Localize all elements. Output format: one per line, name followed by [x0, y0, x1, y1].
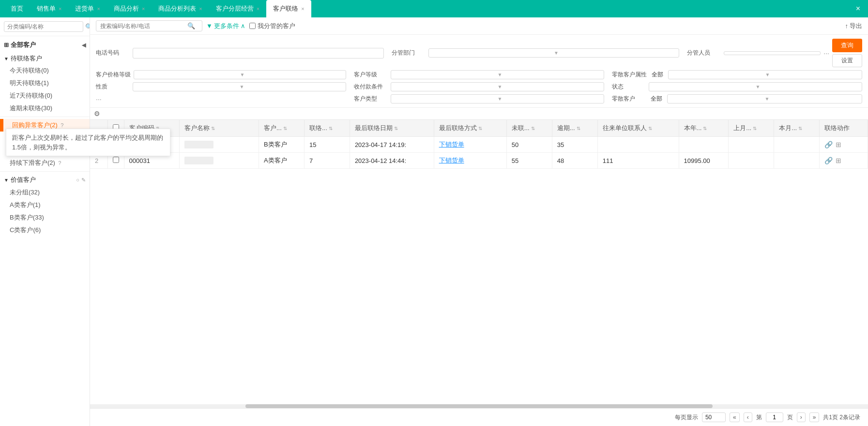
filter-top-bar: 🔍 ▼ 更多条件 ∧ 我分管的客户 ↑ 导出: [90, 17, 868, 35]
payment-arrow: ▼: [498, 84, 601, 89]
sidebar-collapse-btn[interactable]: ◀: [82, 42, 86, 48]
top-navigation: 首页 销售单 × 进货单 × 商品分析 × 商品分析列表 × 客户分层经营 × …: [0, 0, 868, 17]
col-name[interactable]: 客户名称 ⇅: [180, 120, 259, 137]
row2-last-way-link[interactable]: 下销货单: [439, 157, 464, 164]
col-contact[interactable]: 联络... ⇅: [304, 120, 350, 137]
my-customers-checkbox[interactable]: [249, 23, 256, 29]
col-this-year-label: 本年...: [684, 124, 702, 132]
col-overdue-sort-icon[interactable]: ⇅: [577, 126, 580, 131]
row1-link-icon[interactable]: 🔗: [824, 141, 833, 148]
row2-link-icon[interactable]: 🔗: [824, 157, 833, 164]
phone-input[interactable]: [133, 48, 384, 59]
row2-checkbox[interactable]: [113, 157, 119, 163]
horizontal-scrollbar[interactable]: [90, 404, 868, 408]
nav-home[interactable]: 首页: [4, 0, 30, 17]
nav-product-analysis-close[interactable]: ×: [142, 6, 145, 12]
col-last-contact-date[interactable]: 最后联络日期 ⇅: [350, 120, 434, 137]
col-uncontacted[interactable]: 未联... ⇅: [506, 120, 552, 137]
value-settings-icon[interactable]: ○: [76, 177, 79, 183]
main-close-button[interactable]: ×: [852, 4, 864, 13]
col-type-sort-icon[interactable]: ⇅: [283, 126, 287, 131]
col-company-contacts-sort-icon[interactable]: ⇅: [648, 126, 652, 131]
sidebar-all-customers[interactable]: ⊞ 全部客户 ◀: [0, 38, 90, 52]
nav-purchase-close[interactable]: ×: [97, 6, 100, 12]
retail-attr-label: 零散客户属性: [612, 71, 647, 79]
main-search-icon[interactable]: 🔍: [187, 22, 195, 29]
col-contact-sort-icon[interactable]: ⇅: [329, 126, 333, 131]
table-settings-icon[interactable]: ⚙: [94, 110, 100, 118]
row1-last-date: 2023-04-17 14:19:: [350, 137, 434, 153]
sidebar-ungroup[interactable]: 未分组(32): [0, 186, 90, 199]
prev-page-btn[interactable]: ‹: [744, 412, 752, 422]
next-page-btn[interactable]: ›: [797, 412, 806, 422]
col-this-month[interactable]: 本月... ⇅: [774, 120, 820, 137]
sidebar-overdue-uncontacted[interactable]: 逾期未联络(30): [0, 102, 90, 115]
page-size-select[interactable]: 50 10 20 100: [702, 412, 726, 422]
declining-info-icon[interactable]: ?: [58, 160, 61, 166]
last-page-btn[interactable]: »: [809, 412, 820, 422]
sidebar-search-input[interactable]: [4, 21, 83, 32]
nav-customer-layering[interactable]: 客户分层经营 ×: [209, 0, 266, 17]
row2-grid-icon[interactable]: ⊞: [836, 157, 841, 164]
col-name-sort-icon[interactable]: ⇅: [211, 126, 215, 131]
sidebar-search-button[interactable]: 🔍: [83, 23, 90, 30]
retail-customer-select[interactable]: ▼: [667, 94, 862, 103]
manager-select[interactable]: [724, 51, 821, 55]
row1-grid-icon[interactable]: ⊞: [836, 141, 841, 148]
nav-sales[interactable]: 销售单 ×: [30, 0, 68, 17]
customer-level-select[interactable]: ▼: [391, 70, 604, 79]
sidebar-tomorrow-waiting[interactable]: 明天待联络(1): [0, 77, 90, 89]
col-last-way-sort-icon[interactable]: ⇅: [478, 126, 482, 131]
col-this-year[interactable]: 本年... ⇅: [679, 120, 729, 137]
filter-customer-type: 客户类型 ▼: [354, 94, 604, 103]
dept-select[interactable]: ▼: [428, 48, 680, 58]
col-last-date-sort-icon[interactable]: ⇅: [394, 126, 398, 131]
nature-select[interactable]: ▼: [133, 82, 346, 91]
manager-dots-btn[interactable]: ···: [823, 49, 829, 57]
row1-name: ████: [180, 137, 259, 153]
sidebar-b-customers[interactable]: B类客户(33): [0, 211, 90, 224]
filter-dots-row: ···: [96, 95, 346, 103]
filter-retail-customer: 零散客户 全部 ▼: [612, 94, 862, 103]
query-button[interactable]: 查询: [832, 39, 862, 52]
row4-dots-btn[interactable]: ···: [96, 95, 102, 103]
col-last-month-sort-icon[interactable]: ⇅: [753, 126, 757, 131]
col-company-contacts[interactable]: 往来单位联系人 ⇅: [597, 120, 679, 137]
col-last-month[interactable]: 上月... ⇅: [729, 120, 774, 137]
export-button[interactable]: ↑ 导出: [845, 22, 863, 30]
nav-product-list[interactable]: 商品分析列表 ×: [152, 0, 209, 17]
price-level-select[interactable]: ▼: [134, 70, 346, 79]
payment-select[interactable]: ▼: [391, 82, 604, 91]
status-select[interactable]: ▼: [649, 82, 862, 91]
nav-purchase[interactable]: 进货单 ×: [68, 0, 107, 17]
col-this-month-sort-icon[interactable]: ⇅: [798, 126, 802, 131]
nav-customer-contact[interactable]: 客户联络 ×: [266, 0, 311, 17]
sidebar-today-waiting[interactable]: 今天待联络(0): [0, 64, 90, 77]
sidebar-waiting-section[interactable]: ▼ 待联络客户: [0, 52, 90, 64]
col-last-contact-way[interactable]: 最后联络方式 ⇅: [434, 120, 506, 137]
col-type[interactable]: 客户... ⇅: [259, 120, 304, 137]
col-this-year-sort-icon[interactable]: ⇅: [703, 126, 707, 131]
sidebar-declining[interactable]: 持续下滑客户(2) ?: [0, 157, 90, 169]
nav-product-list-close[interactable]: ×: [199, 6, 202, 12]
value-edit-icon[interactable]: ✎: [81, 177, 86, 183]
sidebar-a-customers[interactable]: A类客户(1): [0, 199, 90, 211]
nav-sales-close[interactable]: ×: [59, 6, 61, 12]
main-search-input[interactable]: [100, 23, 187, 29]
nav-product-analysis[interactable]: 商品分析 ×: [107, 0, 152, 17]
sidebar-c-customers[interactable]: C类客户(6): [0, 224, 90, 236]
repurchase-info-icon[interactable]: ?: [61, 122, 63, 128]
col-overdue[interactable]: 逾期... ⇅: [552, 120, 597, 137]
col-uncontacted-sort-icon[interactable]: ⇅: [531, 126, 535, 131]
retail-attr-select[interactable]: ▼: [668, 70, 862, 79]
row1-last-way-link[interactable]: 下销货单: [439, 141, 464, 148]
sidebar-value-section[interactable]: ▼ 价值客户 ○ ✎: [0, 174, 90, 186]
page-input[interactable]: [766, 412, 783, 422]
nav-customer-contact-close[interactable]: ×: [301, 6, 304, 12]
nav-customer-layering-close[interactable]: ×: [257, 6, 259, 12]
sidebar-7day-waiting[interactable]: 近7天待联络(0): [0, 89, 90, 102]
more-conditions-btn[interactable]: ▼ 更多条件 ∧: [206, 22, 245, 30]
settings-button[interactable]: 设置: [832, 54, 862, 67]
customer-type-select[interactable]: ▼: [391, 94, 604, 103]
first-page-btn[interactable]: «: [730, 412, 740, 422]
